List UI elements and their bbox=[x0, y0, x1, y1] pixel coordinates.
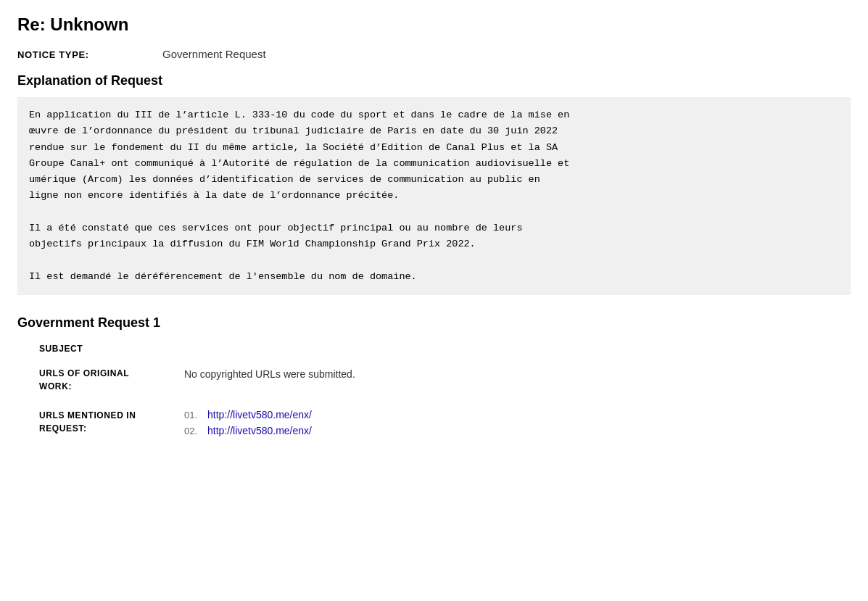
urls-original-row: URLS OF ORIGINAL WORK: No copyrighted UR… bbox=[39, 367, 851, 393]
notice-type-row: NOTICE TYPE: Government Request bbox=[17, 48, 851, 60]
subject-label: SUBJECT bbox=[39, 344, 851, 354]
urls-mentioned-list: 01.http://livetv580.me/enx/02.http://liv… bbox=[184, 409, 312, 441]
urls-original-value: No copyrighted URLs were submitted. bbox=[184, 367, 355, 382]
gov-request-heading: Government Request 1 bbox=[17, 315, 851, 331]
notice-type-label: NOTICE TYPE: bbox=[17, 49, 162, 60]
url-index: 01. bbox=[184, 410, 207, 420]
url-item: 01.http://livetv580.me/enx/ bbox=[184, 409, 312, 420]
gov-request-section: SUBJECT URLS OF ORIGINAL WORK: No copyri… bbox=[17, 344, 851, 441]
urls-mentioned-row: URLS MENTIONED IN REQUEST: 01.http://liv… bbox=[39, 409, 851, 441]
url-item: 02.http://livetv580.me/enx/ bbox=[184, 425, 312, 436]
urls-original-label: URLS OF ORIGINAL WORK: bbox=[39, 367, 184, 393]
subject-block: SUBJECT bbox=[39, 344, 851, 354]
notice-type-value: Government Request bbox=[162, 48, 266, 60]
url-index: 02. bbox=[184, 426, 207, 436]
explanation-text: En application du III de l’article L. 33… bbox=[17, 97, 851, 295]
url-link[interactable]: http://livetv580.me/enx/ bbox=[207, 425, 312, 436]
page-title: Re: Unknown bbox=[17, 14, 851, 35]
url-link[interactable]: http://livetv580.me/enx/ bbox=[207, 409, 312, 420]
explanation-heading: Explanation of Request bbox=[17, 73, 851, 88]
urls-mentioned-label: URLS MENTIONED IN REQUEST: bbox=[39, 409, 184, 435]
